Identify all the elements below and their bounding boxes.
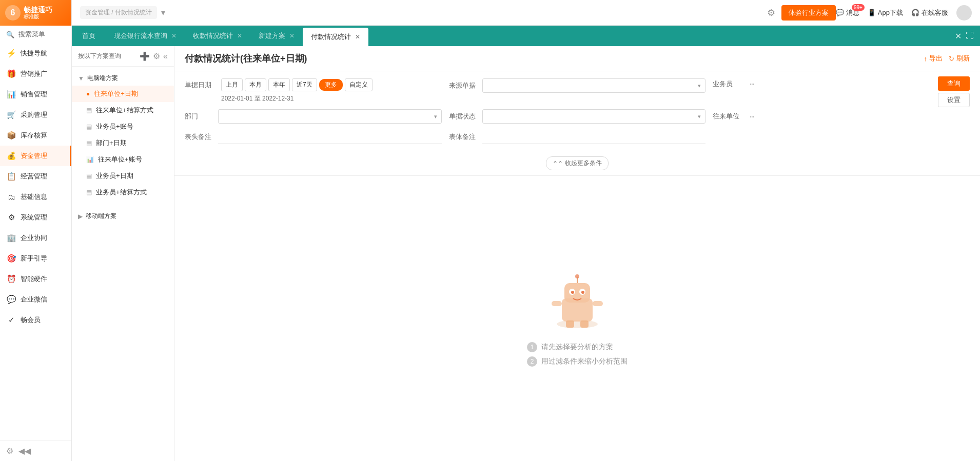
- scheme-settings-icon[interactable]: ⚙: [153, 51, 160, 61]
- mobile-group-title[interactable]: ▶ 移动端方案: [72, 209, 174, 224]
- empty-tips: 1 请先选择要分析的方案 2 用过滤条件来缩小分析范围: [527, 342, 628, 367]
- body-note-input[interactable]: [482, 130, 706, 144]
- tab-new-scheme[interactable]: 新建方案 ✕: [250, 26, 303, 46]
- empty-illustration: [546, 270, 608, 332]
- settings-icon[interactable]: ⚙: [6, 446, 13, 456]
- header-note-label: 表头备注: [185, 132, 218, 142]
- user-avatar[interactable]: [956, 5, 972, 21]
- export-button[interactable]: ↑ 导出: [924, 54, 943, 63]
- app-download-item[interactable]: 📱 App下载: [868, 8, 903, 17]
- sidebar-item-hardware[interactable]: ⏰ 智能硬件: [0, 269, 71, 289]
- sidebar-item-finance[interactable]: 💰 资金管理: [0, 146, 71, 166]
- tab-close-icon[interactable]: ✕: [289, 32, 295, 39]
- header-settings-icon[interactable]: ⚙: [767, 7, 775, 18]
- sidebar-item-guide[interactable]: 🎯 新手引导: [0, 248, 71, 269]
- logo: 6 畅捷通巧 标准版: [0, 0, 71, 26]
- sidebar-item-sales[interactable]: 📊 销售管理: [0, 84, 71, 105]
- inventory-icon: 📦: [6, 130, 16, 141]
- table-icon: ▤: [86, 123, 92, 130]
- tab-cash-flow[interactable]: 现金银行流水查询 ✕: [106, 26, 185, 46]
- scheme-item-staff-settlement[interactable]: ▤ 业务员+结算方式: [72, 184, 174, 201]
- source-filter-cell: 来源单据 ▾: [449, 78, 706, 93]
- collapse-sidebar-icon[interactable]: ◀◀: [18, 446, 31, 456]
- sidebar-item-basic-info[interactable]: 🗂 基础信息: [0, 187, 71, 207]
- online-support-item[interactable]: 🎧 在线客服: [911, 8, 948, 17]
- mobile-group-label: 移动端方案: [86, 212, 116, 221]
- sidebar-item-inventory[interactable]: 📦 库存核算: [0, 125, 71, 146]
- this-month-btn[interactable]: 本月: [245, 78, 266, 91]
- scheme-item-staff-date[interactable]: ▤ 业务员+日期: [72, 168, 174, 184]
- sidebar-item-label: 销售管理: [21, 90, 47, 99]
- tab-receipt-stats[interactable]: 收款情况统计 ✕: [185, 26, 250, 46]
- collapse-panel-icon[interactable]: «: [163, 52, 168, 61]
- dropdown-icon[interactable]: ▾: [161, 8, 165, 17]
- this-year-btn[interactable]: 本年: [268, 78, 290, 91]
- breadcrumb: 资金管理 / 付款情况统计: [80, 6, 157, 19]
- breadcrumb-area: 资金管理 / 付款情况统计 ▾: [80, 6, 761, 19]
- maximize-icon[interactable]: ⛶: [966, 31, 974, 41]
- scheme-item-label: 往来单位+结算方式: [96, 106, 153, 115]
- date-filter-cell: 单据日期 上月 本月 本年 近7天 更多 自定义: [185, 78, 442, 103]
- sales-icon: 📊: [6, 89, 16, 99]
- scheme-item-partner-date[interactable]: ● 往来单位+日期: [72, 86, 174, 102]
- settings-button[interactable]: 设置: [938, 93, 970, 107]
- sidebar-item-purchase[interactable]: 🛒 采购管理: [0, 105, 71, 125]
- query-button[interactable]: 查询: [938, 76, 970, 91]
- tab-payment-stats[interactable]: 付款情况统计 ✕: [303, 28, 368, 46]
- trial-button[interactable]: 体验行业方案: [781, 5, 836, 21]
- tab-close-icon[interactable]: ✕: [237, 32, 242, 39]
- header-note-input[interactable]: [218, 130, 442, 144]
- phone-icon: 📱: [868, 9, 876, 16]
- sidebar-item-wechat[interactable]: 💬 企业微信: [0, 289, 71, 310]
- scheme-item-dept-date[interactable]: ▤ 部门+日期: [72, 135, 174, 151]
- source-select[interactable]: ▾: [482, 78, 706, 93]
- last-7days-btn[interactable]: 近7天: [292, 78, 317, 91]
- collapse-label: 收起更多条件: [565, 159, 602, 168]
- scheme-item-partner-settlement[interactable]: ▤ 往来单位+结算方式: [72, 102, 174, 118]
- quick-nav-icon: ⚡: [6, 48, 16, 58]
- tip-num-2: 2: [527, 356, 537, 367]
- scheme-item-partner-account[interactable]: 📊 往来单位+账号: [72, 151, 174, 168]
- sidebar-item-member[interactable]: ✓ 畅会员: [0, 310, 71, 330]
- tab-close-icon[interactable]: ✕: [171, 32, 177, 39]
- tab-home[interactable]: 首页: [72, 26, 106, 46]
- custom-btn[interactable]: 自定义: [345, 78, 373, 91]
- sidebar-item-label: 库存核算: [21, 131, 47, 140]
- sidebar-item-label: 资金管理: [21, 151, 47, 161]
- sidebar-item-enterprise[interactable]: 🏢 企业协同: [0, 228, 71, 248]
- sidebar-item-marketing[interactable]: 🎁 营销推广: [0, 64, 71, 84]
- doc-status-select[interactable]: ▾: [482, 109, 706, 124]
- search-menu-item[interactable]: 🔍 搜索菜单: [0, 26, 71, 43]
- sidebar-item-label: 快捷导航: [21, 49, 47, 58]
- last-month-btn[interactable]: 上月: [221, 78, 243, 91]
- sidebar: 6 畅捷通巧 标准版 🔍 搜索菜单 ⚡ 快捷导航 🎁 营销推广 📊 销售管理 🛒…: [0, 0, 72, 461]
- expand-arrow-icon: ▶: [78, 213, 83, 220]
- partner-dots[interactable]: ···: [749, 111, 754, 122]
- more-btn[interactable]: 更多: [319, 79, 343, 91]
- dept-select[interactable]: ▾: [218, 109, 442, 124]
- sidebar-item-operations[interactable]: 📋 经营管理: [0, 166, 71, 187]
- close-all-tabs-icon[interactable]: ✕: [955, 31, 962, 41]
- table-icon: ▤: [86, 189, 92, 196]
- collapse-conditions-btn[interactable]: ⌃⌃ 收起更多条件: [546, 156, 609, 170]
- sidebar-nav: ⚡ 快捷导航 🎁 营销推广 📊 销售管理 🛒 采购管理 📦 库存核算 💰 资金管…: [0, 43, 71, 440]
- tab-label: 现金银行流水查询: [114, 31, 167, 41]
- add-scheme-icon[interactable]: ➕: [140, 51, 150, 61]
- hardware-icon: ⏰: [6, 274, 16, 284]
- operations-icon: 📋: [6, 171, 16, 182]
- sidebar-item-quick-nav[interactable]: ⚡ 快捷导航: [0, 43, 71, 64]
- desktop-group-title[interactable]: ▼ 电脑端方案: [72, 71, 174, 86]
- sidebar-item-system[interactable]: ⚙ 系统管理: [0, 207, 71, 228]
- search-icon: 🔍: [6, 31, 14, 38]
- refresh-label: 刷新: [956, 54, 970, 63]
- tab-close-icon[interactable]: ✕: [355, 33, 360, 41]
- scheme-item-staff-account[interactable]: ▤ 业务员+账号: [72, 118, 174, 135]
- enterprise-icon: 🏢: [6, 233, 16, 243]
- logo-icon: 6: [5, 5, 21, 21]
- notification-item[interactable]: 💬 消息 99+: [836, 8, 859, 17]
- scheme-item-label: 往来单位+账号: [98, 155, 142, 164]
- salesperson-dots[interactable]: ···: [749, 78, 754, 89]
- search-label: 搜索菜单: [18, 30, 45, 39]
- refresh-button[interactable]: ↻ 刷新: [949, 54, 970, 63]
- date-range-display: 2022-01-01 至 2022-12-31: [221, 94, 293, 103]
